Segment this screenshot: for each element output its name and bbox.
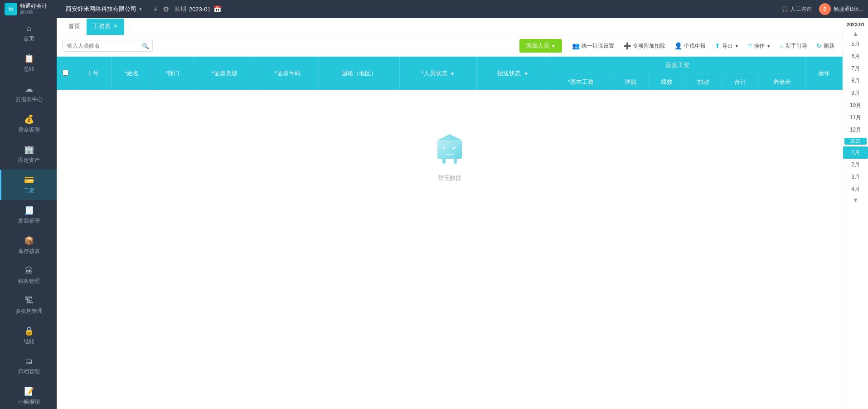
close-account-icon: 🔒 bbox=[24, 326, 34, 336]
multi-icon: 🏗 bbox=[25, 296, 33, 306]
date-month-3[interactable]: 3月 bbox=[843, 171, 868, 183]
export-button[interactable]: ⬆ 导出 ▼ bbox=[712, 42, 742, 50]
social-settings-button[interactable]: 👥 统一社保设置 bbox=[569, 42, 617, 50]
date-month-7[interactable]: 7月 bbox=[843, 63, 868, 75]
operate-button[interactable]: ≡ 操作 ▼ bbox=[745, 42, 773, 50]
refresh-label: 刷新 bbox=[824, 42, 834, 50]
th-name: *姓名 bbox=[112, 57, 152, 90]
search-input[interactable] bbox=[62, 40, 153, 52]
date-month-1[interactable]: 1月 bbox=[843, 146, 868, 159]
guide-toolbar-icon: ○ bbox=[780, 42, 784, 49]
tab-salary[interactable]: 工资表 ✕ bbox=[87, 19, 124, 35]
th-bonus: 津贴 bbox=[612, 74, 649, 90]
sidebar-item-inventory[interactable]: 📦 库存核算 bbox=[0, 230, 57, 261]
date-panel: 2023.01 ▲ 5月 6月 7月 8月 9月 10月 11月 12月 202… bbox=[843, 18, 868, 409]
date-nav-up[interactable]: ▲ bbox=[843, 29, 868, 38]
tax-declare-button[interactable]: 👤 个税申报 bbox=[672, 42, 708, 50]
tab-salary-label: 工资表 bbox=[93, 22, 111, 30]
sidebar-label-ledger: 总账 bbox=[24, 65, 34, 73]
top-header: 畅 畅通好会计 旗舰版 西安虾米网络科技有限公司 ▼ ＋ ⚙ 账期 2023-0… bbox=[0, 0, 868, 18]
tab-home-label: 首页 bbox=[68, 23, 80, 29]
table-container: 工号 *姓名 *部门 *证型类型 *证型号码 国籍（地区） *人员状态 ▼ 报送… bbox=[57, 57, 843, 409]
th-basic-salary: *基本工资 bbox=[549, 74, 612, 90]
sidebar-item-salary[interactable]: 💳 工资 bbox=[0, 170, 57, 200]
th-report-status: 报送状态 ▼ bbox=[476, 57, 549, 90]
th-country: 国籍（地区） bbox=[319, 57, 399, 90]
refresh-button[interactable]: ↻ 刷新 bbox=[814, 42, 837, 50]
table-body: 暂无数据 bbox=[57, 90, 843, 219]
tab-home[interactable]: 首页 bbox=[62, 19, 87, 35]
empty-illustration bbox=[429, 126, 470, 167]
sidebar-item-close[interactable]: 🔒 结账 bbox=[0, 321, 57, 351]
date-month-6[interactable]: 6月 bbox=[843, 50, 868, 63]
home-icon: ⌂ bbox=[27, 24, 32, 33]
content-area: 首页 工资表 ✕ 🔍 添加人员 ▼ 👥 统一社保设置 bbox=[57, 18, 843, 409]
th-performance: 绩效 bbox=[649, 74, 685, 90]
sidebar-item-expense[interactable]: 📝 小畅报销 bbox=[0, 381, 57, 409]
deduct-button[interactable]: ➕ 专项附加扣除 bbox=[621, 42, 668, 50]
filter-icon-report[interactable]: ▼ bbox=[524, 71, 529, 76]
sidebar-label-home: 首页 bbox=[24, 35, 34, 43]
human-service-button[interactable]: 🎧 人工咨询 bbox=[781, 5, 812, 13]
svg-rect-6 bbox=[454, 158, 457, 164]
sidebar-item-report[interactable]: ☁ 云报表中心 bbox=[0, 78, 57, 109]
th-action: 操作 bbox=[806, 57, 843, 90]
th-id-type: *证型类型 bbox=[193, 57, 256, 90]
fund-icon: 💰 bbox=[24, 114, 34, 124]
sidebar-item-multi[interactable]: 🏗 多机构管理 bbox=[0, 291, 57, 321]
date-month-10[interactable]: 10月 bbox=[843, 99, 868, 112]
archive-icon: 🗂 bbox=[25, 356, 33, 366]
guide-label: 新手引导 bbox=[786, 42, 807, 50]
sidebar-item-ledger[interactable]: 📋 总账 bbox=[0, 48, 57, 78]
date-panel-header: 2023.01 bbox=[847, 20, 865, 29]
date-month-2[interactable]: 2月 bbox=[843, 159, 868, 171]
sidebar-item-home[interactable]: ⌂ 首页 bbox=[0, 18, 57, 48]
sidebar-label-expense: 小畅报销 bbox=[18, 398, 40, 406]
invoice-icon: 🧾 bbox=[24, 205, 34, 215]
tab-close-icon[interactable]: ✕ bbox=[113, 23, 118, 29]
select-all-checkbox[interactable] bbox=[63, 70, 68, 76]
add-chevron-icon: ▼ bbox=[551, 44, 556, 49]
date-month-12[interactable]: 12月 bbox=[843, 124, 868, 136]
date-month-5[interactable]: 5月 bbox=[843, 38, 868, 50]
date-nav-down[interactable]: ▼ bbox=[843, 195, 868, 204]
sidebar-label-multi: 多机构管理 bbox=[15, 307, 43, 315]
th-check[interactable] bbox=[57, 57, 75, 90]
th-group-salary: 应发工资 bbox=[549, 57, 806, 74]
date-month-8[interactable]: 8月 bbox=[843, 75, 868, 87]
guide-button[interactable]: ○ 新手引导 bbox=[777, 42, 810, 50]
svg-rect-5 bbox=[442, 158, 446, 164]
export-icon: ⬆ bbox=[715, 42, 720, 49]
salary-table: 工号 *姓名 *部门 *证型类型 *证型号码 国籍（地区） *人员状态 ▼ 报送… bbox=[57, 57, 843, 219]
sidebar-item-asset[interactable]: 🏢 固定资产 bbox=[0, 139, 57, 170]
add-company-button[interactable]: ＋ bbox=[152, 5, 159, 14]
date-month-11[interactable]: 11月 bbox=[843, 112, 868, 124]
sidebar-item-tax[interactable]: 🏛 税务管理 bbox=[0, 261, 57, 291]
sidebar-item-invoice[interactable]: 🧾 发票管理 bbox=[0, 200, 57, 230]
sidebar: ⌂ 首页 📋 总账 ☁ 云报表中心 💰 资金管理 🏢 固定资产 💳 工资 🧾 发… bbox=[0, 18, 57, 409]
empty-state: 暂无数据 bbox=[57, 90, 843, 219]
avatar: B bbox=[819, 3, 831, 15]
sidebar-item-fund[interactable]: 💰 资金管理 bbox=[0, 109, 57, 139]
export-label: 导出 bbox=[722, 42, 733, 50]
date-month-9[interactable]: 9月 bbox=[843, 87, 868, 99]
operate-label: 操作 bbox=[754, 42, 765, 50]
filter-icon-status[interactable]: ▼ bbox=[450, 71, 455, 76]
user-info[interactable]: B 畅捷通B组... bbox=[819, 3, 863, 15]
empty-text: 暂无数据 bbox=[438, 174, 461, 182]
settings-button[interactable]: ⚙ bbox=[163, 5, 169, 14]
sidebar-label-archive: 归档管理 bbox=[18, 368, 40, 375]
calendar-icon[interactable]: 📅 bbox=[213, 5, 221, 13]
sidebar-label-asset: 固定资产 bbox=[18, 156, 40, 164]
period-label: 账期 bbox=[175, 5, 186, 13]
company-selector[interactable]: 西安虾米网络科技有限公司 ▼ bbox=[66, 5, 146, 13]
date-month-4[interactable]: 4月 bbox=[843, 183, 868, 195]
svg-point-3 bbox=[444, 148, 446, 150]
sidebar-label-invoice: 发票管理 bbox=[18, 217, 40, 225]
add-person-button[interactable]: 添加人员 ▼ bbox=[519, 39, 562, 53]
th-total: 合计 bbox=[722, 74, 758, 90]
date-year-badge: 2023 bbox=[844, 138, 867, 145]
ledger-icon: 📋 bbox=[24, 54, 34, 63]
sidebar-item-archive[interactable]: 🗂 归档管理 bbox=[0, 351, 57, 381]
operate-icon: ≡ bbox=[748, 42, 752, 49]
